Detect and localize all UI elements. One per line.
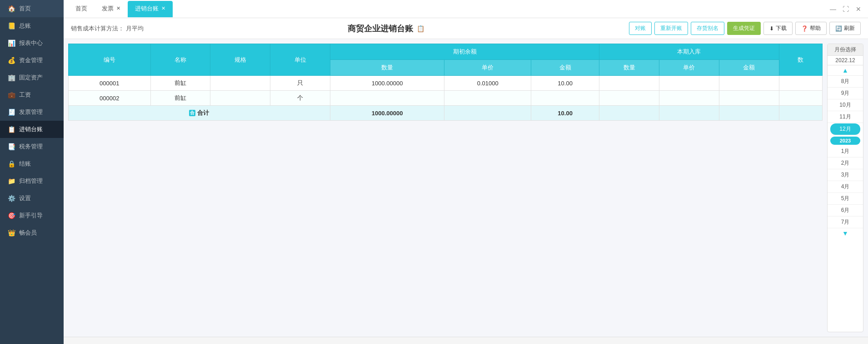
member-icon: 👑 — [7, 229, 15, 236]
assets-icon: 🏢 — [7, 74, 15, 81]
title-text: 商贸企业进销台账 — [348, 23, 413, 34]
sidebar: 🏠 首页 📒 总账 📊 报表中心 💰 资金管理 🏢 固定资产 💼 工资 🧾 发票… — [0, 0, 64, 344]
sidebar-item-tax[interactable]: 📑 税务管理 — [0, 138, 64, 155]
month-panel-year-2022: 2022.12 — [828, 56, 863, 65]
sidebar-item-invoice-mgmt[interactable]: 🧾 发票管理 — [0, 103, 64, 121]
table-row: 000002 前缸 个 — [69, 91, 823, 106]
month-item-4[interactable]: 4月 — [828, 181, 863, 193]
sidebar-item-label: 设置 — [19, 194, 31, 202]
title-info-icon[interactable]: 📋 — [417, 25, 424, 32]
refresh-button[interactable]: 🔄 刷新 — [829, 22, 861, 35]
total-opening-amount: 10.00 — [531, 106, 599, 121]
total-extra — [779, 106, 822, 121]
sidebar-item-label: 报表中心 — [19, 39, 43, 47]
cell-opening-amount: 10.00 — [531, 76, 599, 91]
month-item-9[interactable]: 9月 — [828, 88, 863, 99]
table-row: 000001 前缸 只 1000.00000 0.01000 10.00 — [69, 76, 823, 91]
cell-in-qty — [599, 76, 659, 91]
sidebar-item-member[interactable]: 👑 畅会员 — [0, 224, 64, 241]
month-scroll-up[interactable]: ▲ — [828, 65, 863, 76]
month-panel: 月份选择 2022.12 ▲ 8月 9月 10月 11月 12月 2023 1月… — [827, 44, 863, 332]
tab-home-label: 首页 — [75, 5, 87, 13]
help-button[interactable]: ❓ 帮助 — [795, 22, 827, 35]
col-group-opening: 期初余额 — [330, 44, 599, 60]
sidebar-item-funds[interactable]: 💰 资金管理 — [0, 52, 64, 69]
cell-opening-price — [444, 91, 531, 106]
sidebar-item-assets[interactable]: 🏢 固定资产 — [0, 69, 64, 86]
close-button[interactable]: ✕ — [853, 4, 863, 14]
cell-in-price — [659, 76, 719, 91]
tab-home[interactable]: 首页 — [68, 1, 95, 17]
table-header-row-1: 编号 名称 规格 单位 期初余额 本期入库 数 — [69, 44, 823, 60]
refresh-icon: 🔄 — [835, 25, 842, 32]
tax-icon: 📑 — [7, 143, 15, 150]
col-opening-amount: 金额 — [531, 60, 599, 76]
cell-extra — [779, 91, 822, 106]
tab-inventory[interactable]: 进销台账 ✕ — [128, 1, 173, 17]
inventory-table: 编号 名称 规格 单位 期初余额 本期入库 数 数量 单价 金额 数 — [68, 44, 823, 121]
action-buttons: 对账 重新开账 存货别名 生成凭证 ⬇ 下载 ❓ 帮助 🔄 刷新 — [629, 22, 861, 35]
sidebar-item-label: 税务管理 — [19, 143, 43, 151]
cell-unit: 只 — [270, 76, 330, 91]
col-opening-price: 单价 — [444, 60, 531, 76]
cell-extra — [779, 76, 822, 91]
cost-method: 销售成本计算方法： 月平均 — [71, 25, 144, 33]
sidebar-item-label: 资金管理 — [19, 56, 43, 64]
funds-icon: 💰 — [7, 57, 15, 64]
salary-icon: 💼 — [7, 91, 15, 98]
cell-in-qty — [599, 91, 659, 106]
tab-invoice[interactable]: 发票 ✕ — [95, 1, 128, 17]
reopen-button[interactable]: 重新开账 — [654, 22, 688, 35]
col-in-price: 单价 — [659, 60, 719, 76]
month-item-6[interactable]: 6月 — [828, 205, 863, 216]
total-in-price — [659, 106, 719, 121]
sidebar-item-label: 发票管理 — [19, 108, 43, 116]
bottom-scrollbar[interactable] — [64, 337, 868, 344]
cell-in-amount — [719, 91, 779, 106]
sidebar-item-home[interactable]: 🏠 首页 — [0, 0, 64, 17]
window-controls: — ⛶ ✕ — [828, 4, 863, 14]
reconcile-button[interactable]: 对账 — [629, 22, 652, 35]
tab-inventory-close[interactable]: ✕ — [161, 5, 165, 11]
sidebar-item-reports[interactable]: 📊 报表中心 — [0, 34, 64, 52]
sidebar-item-salary[interactable]: 💼 工资 — [0, 86, 64, 103]
sidebar-item-archive[interactable]: 📁 归档管理 — [0, 172, 64, 190]
month-item-8[interactable]: 8月 — [828, 76, 863, 88]
settings-icon: ⚙️ — [7, 195, 15, 202]
month-item-11[interactable]: 11月 — [828, 111, 863, 123]
month-item-2[interactable]: 2月 — [828, 157, 863, 169]
cost-method-value: 月平均 — [126, 25, 144, 32]
cell-opening-amount — [531, 91, 599, 106]
minimize-button[interactable]: — — [828, 4, 838, 14]
month-item-12[interactable]: 12月 — [830, 123, 860, 135]
home-icon: 🏠 — [7, 5, 15, 12]
cell-in-amount — [719, 76, 779, 91]
ledger-icon: 📒 — [7, 22, 15, 29]
download-icon: ⬇ — [769, 25, 774, 32]
tab-invoice-label: 发票 — [102, 5, 114, 13]
sidebar-item-closing[interactable]: 🔒 结账 — [0, 155, 64, 172]
inventory-icon: 📋 — [7, 126, 15, 133]
month-item-3[interactable]: 3月 — [828, 169, 863, 181]
sidebar-item-guide[interactable]: 🎯 新手引导 — [0, 207, 64, 224]
sidebar-item-label: 工资 — [19, 91, 31, 99]
download-button[interactable]: ⬇ 下载 — [763, 22, 793, 35]
total-row: 合 合计 1000.00000 10.00 — [69, 106, 823, 121]
total-opening-price — [444, 106, 531, 121]
month-item-7[interactable]: 7月 — [828, 216, 863, 228]
sidebar-item-settings[interactable]: ⚙️ 设置 — [0, 190, 64, 207]
sidebar-item-ledger[interactable]: 📒 总账 — [0, 17, 64, 34]
month-item-5[interactable]: 5月 — [828, 193, 863, 205]
cell-in-price — [659, 91, 719, 106]
maximize-button[interactable]: ⛶ — [841, 4, 851, 14]
sidebar-item-inventory[interactable]: 📋 进销台账 — [0, 121, 64, 138]
col-extra: 数 — [779, 44, 822, 76]
month-item-1[interactable]: 1月 — [828, 146, 863, 157]
month-scroll-down[interactable]: ▼ — [828, 228, 863, 238]
month-item-10[interactable]: 10月 — [828, 99, 863, 111]
generate-voucher-button[interactable]: 生成凭证 — [727, 22, 761, 35]
cell-code: 000002 — [69, 91, 151, 106]
total-label-cell: 合 合计 — [69, 106, 330, 121]
tab-invoice-close[interactable]: ✕ — [116, 5, 120, 11]
save-alias-button[interactable]: 存货别名 — [691, 22, 724, 35]
